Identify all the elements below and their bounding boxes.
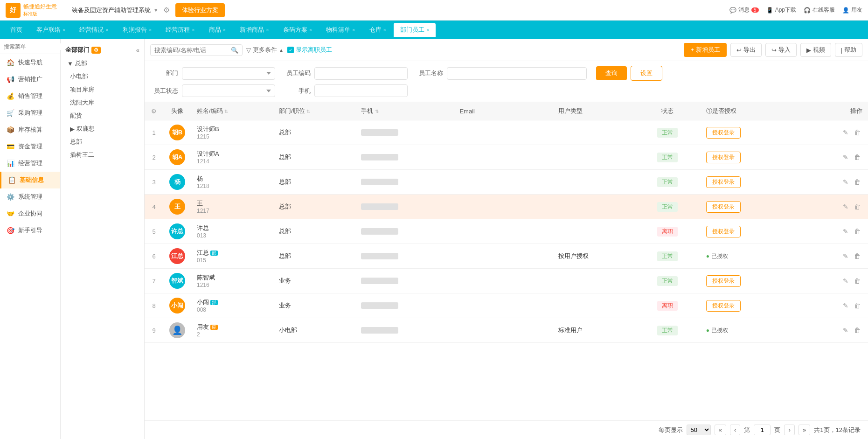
next-page-btn[interactable]: › (784, 425, 794, 435)
delete-btn[interactable]: 🗑 (852, 153, 862, 162)
delete-btn[interactable]: 🗑 (852, 326, 862, 335)
dept-node-peihuo[interactable]: 配货 (62, 109, 142, 122)
row-auth[interactable]: 授权登录 (701, 219, 783, 244)
query-btn[interactable]: 查询 (596, 66, 627, 80)
edit-btn[interactable]: ✎ (841, 251, 850, 261)
last-page-btn[interactable]: » (799, 425, 810, 435)
more-filter-btn[interactable]: ▽ 更多条件 ▲ (246, 46, 284, 54)
delete-btn[interactable]: 🗑 (852, 202, 862, 211)
delete-btn[interactable]: 🗑 (852, 227, 862, 236)
sidebar-item-stock[interactable]: 📦库存核算 (0, 121, 60, 138)
edit-btn[interactable]: ✎ (841, 153, 850, 162)
tab-bom-close[interactable]: × (352, 27, 355, 33)
edit-btn[interactable]: ✎ (841, 128, 850, 137)
system-dropdown-chevron[interactable]: ▾ (154, 7, 158, 14)
emp-code-input[interactable] (314, 67, 408, 80)
tab-goods[interactable]: 商品× (202, 23, 232, 37)
sidebar-item-sales[interactable]: 💰销售管理 (0, 88, 60, 105)
user-btn[interactable]: 👤 用友 (842, 6, 862, 14)
row-auth[interactable]: 授权登录 (701, 120, 783, 145)
sidebar-item-quicknav[interactable]: 🏠快速导航 (0, 54, 60, 71)
message-btn[interactable]: 💬 消息 5 (729, 6, 759, 14)
sidebar-item-guide[interactable]: 🎯新手引导 (0, 222, 60, 239)
tab-customer[interactable]: 客户联络× (30, 23, 72, 37)
dept-node-shuanglu[interactable]: ▶双鹿想 (62, 122, 142, 135)
auth-btn[interactable]: 授权登录 (706, 275, 741, 287)
col-settings[interactable]: ⚙ (145, 102, 163, 120)
delete-btn[interactable]: 🗑 (852, 301, 862, 310)
edit-btn[interactable]: ✎ (841, 202, 850, 211)
try-btn[interactable]: 体验行业方案 (175, 3, 225, 17)
auth-btn[interactable]: 授权登录 (706, 226, 741, 237)
edit-btn[interactable]: ✎ (841, 326, 850, 335)
sidebar-item-collab[interactable]: 🤝企业协同 (0, 205, 60, 222)
sidebar-item-finance[interactable]: 💳资金管理 (0, 138, 60, 155)
dept-node-project[interactable]: 项目库房 (62, 83, 142, 96)
emp-status-select[interactable] (182, 84, 275, 97)
app-download-btn[interactable]: 📱 App下载 (766, 6, 796, 14)
dept-node-shenyang[interactable]: 沈阳大库 (62, 96, 142, 109)
tab-operation-close[interactable]: × (105, 27, 108, 33)
row-auth[interactable]: 授权登录 (701, 145, 783, 170)
sidebar-item-bizmanage[interactable]: 📊经营管理 (0, 155, 60, 172)
settings-icon[interactable]: ⚙ (151, 108, 157, 115)
col-name-header[interactable]: 姓名/编码 ⇅ (191, 102, 273, 120)
tab-operation[interactable]: 经营情况× (73, 23, 115, 37)
row-auth[interactable]: 授权登录 (701, 269, 783, 293)
tab-department[interactable]: 部门员工× (394, 23, 436, 37)
sidebar-item-baseinfo[interactable]: 📋基础信息 (0, 172, 60, 188)
tab-warehouse[interactable]: 仓库× (363, 23, 393, 37)
online-service-btn[interactable]: 🎧 在线客服 (804, 6, 835, 14)
gear-icon[interactable]: ⚙ (163, 6, 170, 14)
edit-btn[interactable]: ✎ (841, 227, 850, 236)
auth-btn[interactable]: 授权登录 (706, 201, 741, 213)
per-page-select[interactable]: 50 20 100 (687, 425, 711, 435)
set-btn[interactable]: 设置 (631, 66, 662, 81)
search-icon[interactable]: 🔍 (231, 47, 238, 54)
tab-add-goods[interactable]: 新增商品× (233, 23, 275, 37)
dept-node-zongbu[interactable]: 总部 (62, 135, 142, 148)
tab-history-close[interactable]: × (192, 27, 194, 33)
tab-profit-close[interactable]: × (149, 27, 152, 33)
tab-customer-close[interactable]: × (62, 27, 65, 33)
export-btn[interactable]: ↩ 导出 (730, 43, 762, 57)
tab-barcode-close[interactable]: × (309, 27, 312, 33)
col-dept-header[interactable]: 部门/职位 ⇅ (273, 102, 355, 120)
row-auth[interactable]: 授权登录 (701, 195, 783, 219)
sidebar-item-system[interactable]: ⚙️系统管理 (0, 188, 60, 205)
auth-btn[interactable]: 授权登录 (706, 127, 741, 139)
sidebar-item-purchase[interactable]: 🛒采购管理 (0, 105, 60, 121)
import-btn[interactable]: ↪ 导入 (765, 43, 797, 57)
tab-bom[interactable]: 物料清单× (319, 23, 361, 37)
dept-node-chashuwang[interactable]: 插树王二 (62, 148, 142, 161)
system-title-area[interactable]: 装备及固定资产辅助管理系统 ▾ (72, 6, 158, 14)
edit-btn[interactable]: ✎ (841, 276, 850, 286)
row-auth[interactable]: 授权登录 (701, 170, 783, 195)
tab-department-close[interactable]: × (426, 27, 429, 33)
edit-btn[interactable]: ✎ (841, 177, 850, 187)
dept-collapse-btn[interactable]: « (136, 47, 139, 54)
dept-node-head[interactable]: ▼总部 (62, 57, 142, 70)
delete-btn[interactable]: 🗑 (852, 177, 862, 187)
prev-page-btn[interactable]: ‹ (730, 425, 740, 435)
help-btn[interactable]: | 帮助 (835, 43, 862, 57)
delete-btn[interactable]: 🗑 (852, 128, 862, 137)
sidebar-item-marketing[interactable]: 📢营销推广 (0, 71, 60, 88)
show-resigned-toggle[interactable]: ✓ 显示离职员工 (287, 46, 332, 54)
tab-home[interactable]: 首页 (4, 23, 29, 37)
add-employee-btn[interactable]: + 新增员工 (684, 43, 726, 57)
dept-select[interactable] (182, 67, 275, 80)
delete-btn[interactable]: 🗑 (852, 251, 862, 261)
col-phone-header[interactable]: 手机 ⇅ (355, 102, 454, 120)
first-page-btn[interactable]: « (715, 425, 726, 435)
phone-input[interactable] (314, 84, 408, 97)
emp-name-input[interactable] (447, 67, 587, 80)
view-btn[interactable]: ▶ 视频 (800, 43, 831, 57)
tab-barcode[interactable]: 条码方案× (277, 23, 319, 37)
auth-btn[interactable]: 授权登录 (706, 152, 741, 163)
search-input[interactable] (154, 47, 229, 54)
auth-btn[interactable]: 授权登录 (706, 176, 741, 188)
dept-node-xiaodian[interactable]: 小电部 (62, 70, 142, 83)
tab-warehouse-close[interactable]: × (383, 27, 386, 33)
page-number-input[interactable] (754, 425, 771, 435)
